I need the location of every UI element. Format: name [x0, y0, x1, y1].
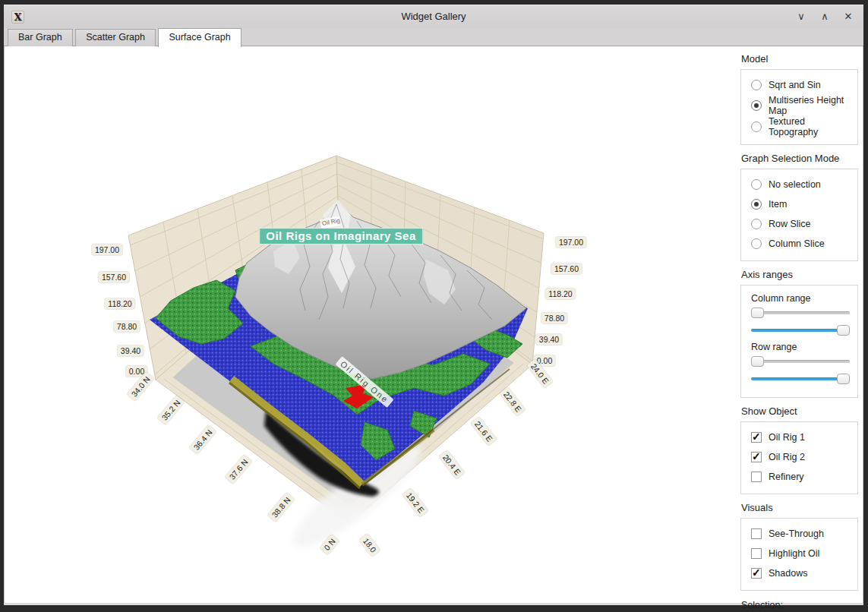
- checkbox-icon-checked[interactable]: [751, 432, 762, 443]
- slider-groove[interactable]: [751, 377, 850, 380]
- title-bar[interactable]: X Widget Gallery ∨ ∧ ✕: [4, 5, 863, 28]
- minimize-icon[interactable]: ∨: [795, 10, 807, 24]
- selection-mode-section-label: Graph Selection Mode: [741, 153, 858, 164]
- tab-surface-graph[interactable]: Surface Graph: [158, 28, 241, 47]
- checkbox-shadows[interactable]: Shadows: [751, 563, 854, 583]
- radio-icon[interactable]: [751, 121, 762, 132]
- slider-handle[interactable]: [751, 356, 764, 367]
- surface-graph-page: 197.00 157.60 118.20 78.80 39.40 0.00 19…: [4, 46, 863, 603]
- close-icon[interactable]: ✕: [842, 10, 854, 24]
- checkbox-refinery[interactable]: Refinery: [751, 467, 854, 487]
- tab-bar: Bar Graph Scatter Graph Surface Graph: [4, 28, 863, 46]
- z-tick-left: 118.20: [105, 298, 134, 309]
- chart-title: Oil Rigs on Imaginary Sea: [259, 228, 423, 244]
- radio-icon[interactable]: [751, 80, 762, 90]
- desktop-frame: X Widget Gallery ∨ ∧ ✕ Bar Graph Scatter…: [0, 0, 868, 612]
- slider-handle[interactable]: [751, 308, 764, 318]
- row-range-label: Row range: [751, 342, 854, 352]
- model-section-label: Model: [741, 53, 858, 65]
- checkbox-see-through[interactable]: See-Through: [751, 524, 854, 544]
- checkbox-oil-rig-2[interactable]: Oil Rig 2: [751, 447, 854, 467]
- row-range-min-slider[interactable]: [751, 355, 850, 368]
- maximize-icon[interactable]: ∧: [819, 10, 831, 24]
- slider-groove[interactable]: [751, 329, 850, 332]
- model-group: Sqrt and Sin Multiseries Height Map Text…: [740, 69, 858, 145]
- slider-groove[interactable]: [751, 311, 850, 314]
- control-panel: Model Sqrt and Sin Multiseries Height Ma…: [737, 46, 863, 603]
- radio-icon[interactable]: [751, 219, 762, 229]
- z-tick-left: 197.00: [92, 244, 122, 255]
- surface-3d-view[interactable]: 197.00 157.60 118.20 78.80 39.40 0.00 19…: [5, 46, 737, 603]
- z-tick-left: 39.40: [118, 345, 144, 356]
- column-range-min-slider[interactable]: [751, 307, 850, 319]
- tab-bar-graph[interactable]: Bar Graph: [8, 29, 73, 46]
- radio-item[interactable]: Item: [751, 194, 854, 214]
- checkbox-icon[interactable]: [751, 528, 762, 539]
- radio-textured-topography[interactable]: Textured Topography: [751, 116, 854, 137]
- column-range-max-slider[interactable]: [751, 324, 850, 336]
- radio-multiseries-height-map[interactable]: Multiseries Height Map: [751, 95, 854, 116]
- radio-no-selection[interactable]: No selection: [751, 175, 854, 194]
- window-title: Widget Gallery: [4, 11, 863, 22]
- show-object-group: Oil Rig 1 Oil Rig 2 Refinery: [740, 421, 858, 494]
- slider-handle[interactable]: [837, 325, 850, 336]
- z-tick-right: 157.60: [551, 263, 582, 274]
- radio-row-slice[interactable]: Row Slice: [751, 214, 854, 234]
- radio-icon-selected[interactable]: [751, 100, 762, 111]
- column-range-label: Column range: [751, 293, 854, 304]
- checkbox-oil-rig-1[interactable]: Oil Rig 1: [751, 427, 854, 447]
- app-window: X Widget Gallery ∨ ∧ ✕ Bar Graph Scatter…: [4, 5, 863, 605]
- z-tick-right: 118.20: [545, 289, 575, 299]
- radio-icon[interactable]: [751, 179, 762, 190]
- checkbox-icon[interactable]: [751, 472, 762, 482]
- axis-ranges-group: Column range Row range: [740, 285, 858, 398]
- tab-scatter-graph[interactable]: Scatter Graph: [75, 29, 156, 46]
- radio-sqrt-and-sin[interactable]: Sqrt and Sin: [751, 75, 854, 95]
- selection-label: Selection:: [741, 600, 858, 610]
- radio-column-slice[interactable]: Column Slice: [751, 234, 854, 254]
- axis-ranges-section-label: Axis ranges: [741, 269, 858, 280]
- visuals-section-label: Visuals: [741, 502, 858, 513]
- show-object-section-label: Show Object: [741, 405, 858, 417]
- radio-icon-selected[interactable]: [751, 199, 762, 210]
- window-controls: ∨ ∧ ✕: [795, 10, 854, 24]
- radio-icon[interactable]: [751, 238, 762, 249]
- z-tick-right: 78.80: [541, 313, 567, 323]
- visuals-group: See-Through Highlight Oil Shadows: [740, 518, 858, 591]
- z-tick-right: 39.40: [536, 334, 562, 345]
- slider-groove[interactable]: [751, 360, 850, 363]
- z-tick-left: 157.60: [99, 272, 129, 282]
- checkbox-highlight-oil[interactable]: Highlight Oil: [751, 544, 854, 563]
- checkbox-icon-checked[interactable]: [751, 452, 762, 462]
- z-tick-right: 197.00: [556, 237, 586, 248]
- checkbox-icon[interactable]: [751, 548, 762, 559]
- z-tick-left: 78.80: [114, 321, 140, 332]
- checkbox-icon-checked[interactable]: [751, 568, 762, 579]
- slider-handle[interactable]: [837, 374, 850, 384]
- selection-mode-group: No selection Item Row Slice Column Slice: [740, 169, 858, 261]
- row-range-max-slider[interactable]: [751, 373, 850, 385]
